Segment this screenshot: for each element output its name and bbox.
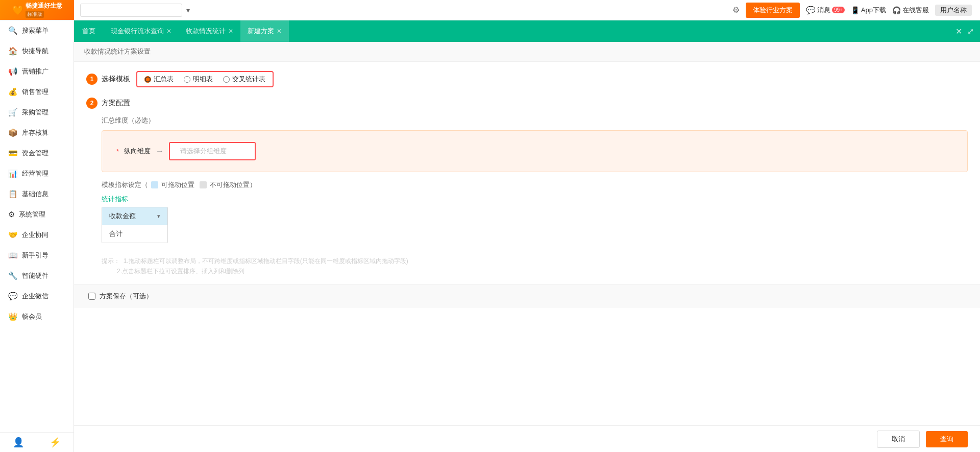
sidebar-item-inventory[interactable]: 📦 库存核算 [0, 123, 74, 143]
breadcrumb: 收款情况统计方案设置 [74, 42, 980, 62]
sidebar-item-basics[interactable]: 📋 基础信息 [0, 184, 74, 204]
tab-cash-flow[interactable]: 现金银行流水查询 ✕ [104, 20, 179, 42]
sidebar-item-system[interactable]: ⚙ 系统管理 [0, 204, 74, 225]
metrics-section: 模板指标设定（ 可拖动位置 不可拖动位置） 统计指标 收款金额 [102, 180, 968, 245]
purchase-icon: 🛒 [8, 108, 18, 117]
trial-btn[interactable]: 体验行业方案 [746, 3, 800, 18]
save-label: 方案保存（可选） [100, 292, 153, 301]
step1-label: 选择模板 [102, 75, 130, 84]
cancel-button[interactable]: 取消 [877, 431, 920, 448]
app-download-icon: 📱 [851, 6, 860, 14]
online-service-icon: 🎧 [892, 6, 901, 14]
tab-new-plan[interactable]: 新建方案 ✕ [240, 20, 289, 42]
tips-title: 提示： 1.拖动标题栏可以调整布局，不可跨维度或指标区域拖动栏目字段(只能在同一… [102, 257, 968, 266]
metrics-header-text: 模板指标设定（ [102, 180, 148, 189]
sidebar-item-vip[interactable]: 👑 畅会员 [0, 306, 74, 327]
search-dropdown-icon[interactable]: ▾ [186, 6, 190, 14]
page-footer: 取消 查询 [74, 425, 980, 452]
sidebar-label-basics: 基础信息 [22, 189, 48, 199]
sidebar-item-finance[interactable]: 💳 资金管理 [0, 143, 74, 163]
sales-icon: 💰 [8, 87, 18, 97]
dimension-title: 汇总维度（必选） [102, 116, 968, 125]
sidebar-bottom-icon2[interactable]: ⚡ [50, 437, 61, 448]
sidebar-item-operations[interactable]: 📊 经营管理 [0, 163, 74, 184]
tab-expand-icon[interactable]: ⤢ [967, 27, 974, 36]
required-star: * [116, 148, 119, 155]
sidebar-label-collab: 企业协同 [22, 230, 48, 240]
tips-section: 提示： 1.拖动标题栏可以调整布局，不可跨维度或指标区域拖动栏目字段(只能在同一… [102, 257, 968, 276]
collab-icon: 🤝 [8, 230, 18, 240]
msg-badge: 99+ [832, 7, 845, 13]
sidebar-label-search: 搜索菜单 [22, 26, 48, 35]
tab-receivables-label: 收款情况统计 [186, 27, 226, 36]
logo-subtitle: 标准版 [26, 11, 44, 18]
save-row: 方案保存（可选） [74, 284, 980, 308]
sidebar-label-system: 系统管理 [19, 210, 45, 219]
sidebar-item-collab[interactable]: 🤝 企业协同 [0, 225, 74, 245]
dimension-select[interactable]: 请选择分组维度 [169, 142, 256, 160]
sidebar-item-guide[interactable]: 📖 新手引导 [0, 245, 74, 266]
stats-label: 统计指标 [102, 195, 968, 204]
metrics-table: 收款金额 ▾ 合计 [102, 207, 168, 243]
dimension-section: 汇总维度（必选） * 纵向维度 → 请选择分组维度 [102, 116, 968, 276]
tab-new-plan-label: 新建方案 [248, 27, 274, 36]
operations-icon: 📊 [8, 169, 18, 178]
user-name[interactable]: 用户名称 [935, 5, 972, 16]
logo-icon: 🧡 [12, 5, 23, 16]
msg-icon: 💬 [806, 6, 816, 15]
step2-label: 方案配置 [102, 99, 130, 108]
sidebar: 🔍 搜索菜单 🏠 快捷导航 📢 营销推广 💰 销售管理 🛒 采购管理 📦 库存核… [0, 20, 74, 452]
tab-close-all-icon[interactable]: ✕ [955, 27, 962, 36]
tab-cash-flow-close[interactable]: ✕ [166, 28, 172, 35]
tab-bar: 首页 现金银行流水查询 ✕ 收款情况统计 ✕ 新建方案 ✕ ✕ ⤢ [74, 20, 980, 42]
sidebar-label-finance: 资金管理 [22, 149, 48, 158]
save-checkbox[interactable] [88, 293, 95, 300]
radio-cross[interactable]: 交叉统计表 [223, 75, 265, 84]
inventory-icon: 📦 [8, 128, 18, 137]
sidebar-label-wechat: 企业微信 [22, 292, 48, 301]
arrow-right-icon: → [156, 147, 164, 156]
metrics-total-label: 合计 [109, 230, 122, 237]
marketing-icon: 📢 [8, 67, 18, 76]
metrics-total-cell: 合计 [102, 225, 167, 243]
sidebar-item-hardware[interactable]: 🔧 智能硬件 [0, 266, 74, 286]
tab-receivables-close[interactable]: ✕ [228, 28, 233, 35]
sidebar-item-search[interactable]: 🔍 搜索菜单 [0, 20, 74, 41]
tab-cash-flow-label: 现金银行流水查询 [111, 27, 164, 36]
tab-receivables[interactable]: 收款情况统计 ✕ [179, 20, 240, 42]
metrics-header-cell[interactable]: 收款金额 ▾ [102, 207, 167, 225]
search-menu-icon: 🔍 [8, 26, 18, 35]
sidebar-item-purchase[interactable]: 🛒 采购管理 [0, 102, 74, 123]
sidebar-label-operations: 经营管理 [22, 169, 48, 178]
tab-home-label: 首页 [82, 27, 95, 36]
sidebar-item-marketing[interactable]: 📢 营销推广 [0, 61, 74, 82]
radio-summary[interactable]: 汇总表 [144, 75, 174, 84]
sidebar-item-sales[interactable]: 💰 销售管理 [0, 82, 74, 102]
app-download-item[interactable]: 📱 App下载 [851, 6, 886, 15]
gear-icon[interactable]: ⚙ [732, 5, 740, 15]
sidebar-item-home[interactable]: 🏠 快捷导航 [0, 41, 74, 61]
tab-new-plan-close[interactable]: ✕ [277, 28, 282, 35]
sidebar-label-hardware: 智能硬件 [22, 271, 48, 280]
radio-detail[interactable]: 明细表 [184, 75, 213, 84]
sidebar-bottom-icon1[interactable]: 👤 [13, 437, 24, 448]
msg-item[interactable]: 💬 消息 99+ [806, 6, 845, 15]
page-content: 收款情况统计方案设置 1 选择模板 汇总表 [74, 42, 980, 425]
metrics-dropdown-icon: ▾ [157, 213, 160, 220]
radio-detail-label: 明细表 [193, 75, 213, 84]
search-input[interactable] [80, 4, 182, 17]
sidebar-label-sales: 销售管理 [22, 87, 48, 97]
metrics-col-name: 收款金额 [109, 211, 136, 221]
tab-home[interactable]: 首页 [74, 20, 104, 42]
online-service-item[interactable]: 🎧 在线客服 [892, 6, 929, 15]
breadcrumb-text: 收款情况统计方案设置 [84, 47, 151, 55]
sidebar-item-wechat[interactable]: 💬 企业微信 [0, 286, 74, 306]
app-logo: 🧡 畅捷通好生意 标准版 [0, 0, 74, 20]
orange-area: * 纵向维度 → 请选择分组维度 [102, 130, 968, 172]
template-selection-box: 汇总表 明细表 交叉统计表 [136, 71, 274, 87]
vertical-dim-label: 纵向维度 [124, 147, 151, 156]
step2-num: 2 [86, 98, 97, 109]
radio-cross-label: 交叉统计表 [232, 75, 265, 84]
tips-line2: 2.点击标题栏下拉可设置排序、插入列和删除列 [102, 267, 968, 276]
query-button[interactable]: 查询 [926, 431, 968, 447]
